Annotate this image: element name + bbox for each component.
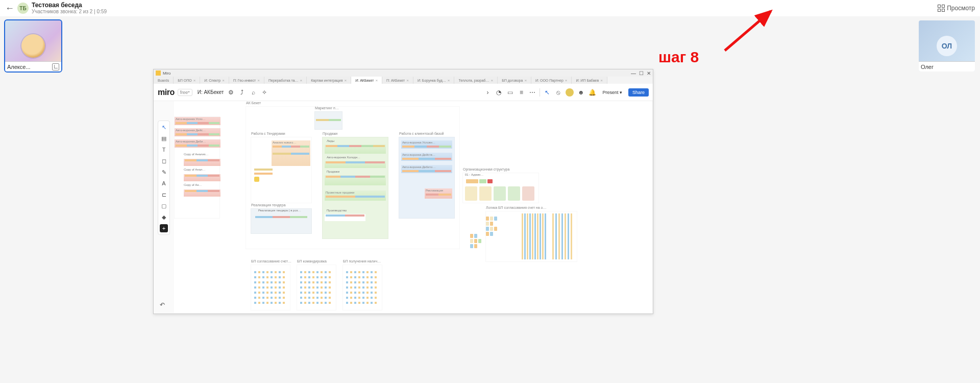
board-tab[interactable]: Boards — [154, 77, 174, 84]
frame-label: Продажи — [323, 132, 337, 135]
search-icon[interactable]: ⌕ — [249, 88, 257, 97]
board-tab[interactable]: П: АКБекет× — [382, 77, 413, 84]
bell-icon[interactable]: 🔔 — [588, 88, 596, 97]
board-tab[interactable]: Переработка та…× — [264, 77, 307, 84]
view-mode-label: Просмотр — [947, 5, 975, 12]
board-tab[interactable]: П: Гео-инвест× — [229, 77, 264, 84]
frame-label: Работа с Тендерами — [251, 132, 285, 135]
frame-label: Логика БП согласования счет на о… — [486, 206, 546, 209]
board-tab[interactable]: Картам интеграция× — [307, 77, 351, 84]
frame-org[interactable]: Организационная структура 01 - Админ… — [462, 173, 539, 203]
logic-nodes[interactable] — [470, 234, 481, 248]
frame-client-base[interactable]: Работа с клиентской базой Авто-воронка У… — [399, 137, 455, 219]
window-titlebar: Miro — ☐ ✕ — [154, 69, 653, 77]
cursor-icon[interactable]: ↖ — [543, 88, 551, 97]
participants-strip: Алексе... ОЛ Олег — [5, 20, 975, 71]
pen-tool-icon[interactable]: ✎ — [160, 168, 168, 176]
review-icon[interactable]: ✧ — [260, 88, 268, 97]
frame-label: Организационная структура — [463, 167, 509, 171]
upload-icon[interactable]: ⤴ — [238, 88, 246, 97]
hide-cursors-icon[interactable]: ⦸ — [554, 88, 562, 97]
shape-tool-icon[interactable]: A — [160, 179, 168, 187]
frame-marketing[interactable]: Маркетинг п… — [314, 111, 342, 130]
grid-icon — [938, 5, 945, 12]
miro-plan-badge[interactable]: free* — [178, 89, 192, 96]
frame-label: БП получения налич… — [343, 259, 381, 263]
miro-board-name[interactable]: И: АКБекет — [198, 89, 224, 95]
frame-label: Работа с клиентской базой — [399, 132, 444, 135]
frame-label: АК Бекет — [246, 101, 261, 105]
shared-screen-window: Miro — ☐ ✕ Boards БП ОПО× И: Спектр× П: … — [153, 69, 653, 314]
participant-initials-icon: ОЛ — [937, 36, 957, 56]
frame-bp-3[interactable]: БП получения налич… — [342, 265, 382, 310]
chat-subtitle: Участников звонка: 2 из 2 | 0:59 — [32, 9, 107, 14]
miro-top-toolbar: miro free* И: АКБекет ⚙ ⤴ ⌕ ✧ › ◔ ▭ ≡ ⋯ … — [154, 84, 653, 101]
present-button[interactable]: Present ▾ — [599, 89, 625, 96]
frame-label: БП командировка — [297, 259, 327, 263]
miro-logo[interactable]: miro — [158, 88, 175, 97]
window-close-icon[interactable]: ✕ — [647, 70, 651, 76]
frame-bp-1[interactable]: БП согласование счет… — [251, 265, 290, 310]
frame-sales[interactable]: Продажи Лиды Авто-воронка Холодн… Продаж… — [322, 137, 388, 239]
participant-label: Олег — [919, 61, 975, 71]
participant-avatar-icon — [21, 34, 45, 58]
board-tab[interactable]: И: ООО Партнер× — [531, 77, 572, 84]
more-icon[interactable]: ⋯ — [528, 88, 536, 97]
connector-tool-icon[interactable]: ⊏ — [160, 190, 168, 199]
list-icon[interactable]: ≡ — [517, 88, 525, 97]
frame-logic[interactable]: Логика БП согласования счет на о… — [485, 211, 577, 262]
participant-tile-left[interactable]: Алексе... — [5, 20, 61, 71]
miro-app-icon — [156, 70, 161, 76]
board-tab-strip: Boards БП ОПО× И: Спектр× П: Гео-инвест×… — [154, 77, 653, 84]
share-button[interactable]: Share — [628, 88, 649, 97]
board-tab[interactable]: БП договора× — [498, 77, 531, 84]
settings-icon[interactable]: ⚙ — [227, 88, 235, 97]
board-tab[interactable]: Теплота, разраб…× — [454, 77, 498, 84]
frame-left-stack[interactable]: Авто-воронка Усло… Авто-воронка Дейс… Ав… — [174, 116, 220, 219]
miro-canvas[interactable]: Авто-воронка Усло… Авто-воронка Дейс… Ав… — [174, 101, 652, 313]
timer-icon[interactable]: ◔ — [495, 88, 503, 97]
frame-tenders[interactable]: Работа с Тендерами Анализ нового… — [251, 137, 312, 203]
board-tab-active[interactable]: И: АКБекет× — [351, 77, 382, 84]
template-tool-icon[interactable]: ▤ — [160, 134, 168, 142]
frame-label: БП согласование счет… — [251, 259, 291, 263]
frame-label: Маркетинг п… — [315, 106, 339, 110]
participant-label: Алексе... — [5, 61, 61, 71]
sticky-tool-icon[interactable]: ◻ — [160, 157, 168, 165]
window-controls: — ☐ ✕ — [631, 70, 651, 76]
chat-title: Тестовая беседа — [32, 2, 107, 9]
chat-avatar[interactable]: ТБ — [17, 3, 29, 14]
frame-realize[interactable]: Реализация тендера Реализация тендера ( … — [251, 208, 312, 234]
select-tool-icon[interactable]: ↖ — [160, 123, 168, 131]
frame-label: Реализация тендера — [251, 203, 286, 207]
view-mode-button[interactable]: Просмотр — [938, 5, 975, 12]
participant-name: Олег — [921, 64, 934, 70]
board-tab[interactable]: И: Борунка буд…× — [413, 77, 455, 84]
frames-icon[interactable]: ▭ — [506, 88, 514, 97]
text-tool-icon[interactable]: T — [160, 146, 168, 154]
call-header: ← ТБ Тестовая беседа Участников звонка: … — [0, 0, 980, 16]
window-app-name: Miro — [163, 71, 171, 76]
reactions-icon[interactable]: ☻ — [577, 88, 585, 97]
pin-icon[interactable] — [52, 63, 59, 70]
miro-side-toolbar: ↖ ▤ T ◻ ✎ A ⊏ ▢ ◆ + — [158, 121, 170, 235]
participant-name: Алексе... — [7, 64, 31, 70]
comment-tool-icon[interactable]: ◆ — [160, 213, 168, 221]
frame-tool-icon[interactable]: ▢ — [160, 202, 168, 210]
window-maximize-icon[interactable]: ☐ — [639, 70, 644, 76]
board-tab[interactable]: И: Спектр× — [200, 77, 229, 84]
undo-button[interactable]: ↶ — [160, 301, 165, 308]
participant-tile-right[interactable]: ОЛ Олег — [919, 20, 975, 71]
frame-bp-2[interactable]: БП командировка — [297, 265, 336, 310]
back-arrow-icon[interactable]: ← — [5, 3, 14, 14]
window-minimize-icon[interactable]: — — [631, 70, 636, 76]
board-tab[interactable]: БП ОПО× — [174, 77, 200, 84]
chat-meta: Тестовая беседа Участников звонка: 2 из … — [32, 2, 107, 14]
add-tool-icon[interactable]: + — [160, 224, 168, 232]
board-tab[interactable]: И: ИП Бабаев× — [572, 77, 607, 84]
user-avatar-icon[interactable] — [566, 88, 574, 97]
chevron-icon[interactable]: › — [483, 88, 492, 97]
